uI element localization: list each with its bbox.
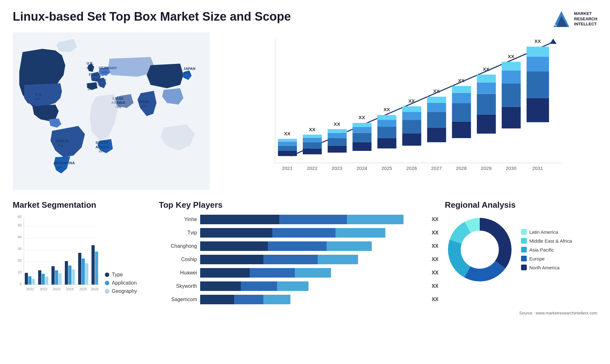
svg-point-134 bbox=[464, 234, 496, 266]
svg-rect-121 bbox=[92, 245, 95, 285]
legend-north-america: North America bbox=[521, 265, 572, 270]
svg-marker-24 bbox=[550, 39, 557, 44]
svg-text:XX: XX bbox=[508, 54, 514, 59]
apac-color bbox=[521, 247, 527, 253]
svg-text:xx%: xx% bbox=[56, 166, 63, 169]
regional-wrapper: Latin America Middle East & Africa Asia … bbox=[445, 215, 597, 285]
svg-text:xx%: xx% bbox=[88, 87, 94, 91]
players-title: Top Key Players bbox=[159, 200, 438, 210]
svg-text:2024: 2024 bbox=[66, 287, 74, 291]
svg-rect-78 bbox=[526, 47, 549, 57]
svg-rect-48 bbox=[377, 115, 396, 120]
svg-rect-65 bbox=[477, 115, 496, 134]
svg-rect-58 bbox=[427, 97, 446, 103]
main-bar-chart: XX XX XX XX XX bbox=[222, 32, 597, 191]
svg-rect-60 bbox=[452, 122, 471, 138]
svg-rect-42 bbox=[353, 127, 372, 133]
svg-rect-38 bbox=[328, 129, 347, 133]
svg-rect-105 bbox=[25, 273, 28, 285]
legend-type: Type bbox=[105, 272, 137, 278]
china-label: CHINA bbox=[159, 70, 170, 74]
svg-text:2022: 2022 bbox=[307, 165, 317, 171]
svg-text:XX: XX bbox=[534, 38, 541, 44]
svg-text:xx%: xx% bbox=[161, 75, 167, 78]
italy-label: ITALY bbox=[97, 78, 106, 82]
regional-section: Regional Analysis bbox=[445, 200, 597, 304]
svg-text:2026: 2026 bbox=[406, 165, 417, 171]
player-changhong: Changhong XX bbox=[159, 241, 438, 251]
svg-text:2023: 2023 bbox=[332, 165, 342, 171]
map-section: CANADA xx% U.S. xx% MEXICO xx% BRAZIL xx… bbox=[13, 32, 210, 191]
svg-rect-76 bbox=[526, 71, 549, 98]
svg-rect-50 bbox=[402, 133, 421, 146]
svg-text:2029: 2029 bbox=[481, 165, 491, 171]
canada-label: CANADA bbox=[31, 59, 46, 63]
legend-europe: Europe bbox=[521, 256, 572, 261]
svg-text:XX: XX bbox=[433, 88, 440, 94]
southafrica-label: SOUTH bbox=[95, 141, 108, 145]
svg-text:XX: XX bbox=[408, 98, 415, 104]
svg-rect-107 bbox=[32, 279, 35, 285]
mea-color bbox=[521, 238, 527, 244]
svg-text:50: 50 bbox=[18, 223, 22, 227]
legend-mea: Middle East & Africa bbox=[521, 238, 572, 244]
source-text: Source : www.marketresearchintellect.com bbox=[0, 311, 610, 317]
svg-text:2022: 2022 bbox=[40, 287, 47, 291]
svg-rect-35 bbox=[328, 146, 347, 153]
legend-application: Application bbox=[105, 280, 137, 286]
svg-text:2031: 2031 bbox=[532, 165, 543, 171]
brazil-label: BRAZIL bbox=[56, 139, 70, 143]
svg-rect-62 bbox=[452, 93, 471, 103]
us-label: U.S. bbox=[35, 92, 42, 96]
svg-text:XX: XX bbox=[284, 131, 290, 136]
legend-geography: Geography bbox=[105, 288, 137, 294]
japan-label: JAPAN bbox=[183, 67, 195, 71]
player-huawei: Huawei XX bbox=[159, 268, 438, 278]
argentina-label: ARGENTINA bbox=[53, 161, 75, 165]
svg-text:xx%: xx% bbox=[37, 115, 44, 119]
na-color bbox=[521, 265, 527, 270]
svg-text:AFRICA: AFRICA bbox=[95, 145, 109, 149]
logo-text: MARKET RESEARCH INTELLECT bbox=[574, 11, 597, 27]
svg-rect-110 bbox=[45, 277, 48, 285]
svg-text:30: 30 bbox=[18, 247, 22, 251]
svg-text:M: M bbox=[554, 24, 556, 26]
svg-text:2030: 2030 bbox=[506, 165, 517, 171]
svg-rect-51 bbox=[402, 120, 421, 133]
svg-text:XX: XX bbox=[383, 107, 390, 112]
svg-text:xx%: xx% bbox=[34, 97, 40, 101]
legend-geo-dot bbox=[105, 289, 109, 293]
svg-rect-109 bbox=[42, 274, 45, 285]
main-content: CANADA xx% U.S. xx% MEXICO xx% BRAZIL xx… bbox=[0, 32, 610, 197]
svg-rect-52 bbox=[402, 112, 421, 120]
donut-chart bbox=[445, 215, 515, 285]
svg-text:XX: XX bbox=[483, 66, 489, 72]
legend-latin: Latin America bbox=[521, 229, 572, 235]
svg-rect-115 bbox=[68, 266, 71, 285]
mexico-label: MEXICO bbox=[36, 111, 51, 114]
market-segmentation: Market Segmentation 0 10 20 30 40 50 60 bbox=[13, 200, 146, 304]
svg-text:xx%: xx% bbox=[99, 150, 105, 153]
key-players-section: Top Key Players Yinhe XX Tvip bbox=[152, 200, 438, 304]
legend-app-dot bbox=[105, 281, 109, 285]
svg-rect-43 bbox=[353, 123, 372, 127]
svg-rect-117 bbox=[78, 253, 81, 285]
svg-rect-31 bbox=[303, 142, 322, 149]
svg-rect-67 bbox=[477, 83, 496, 94]
svg-text:2027: 2027 bbox=[431, 165, 442, 171]
svg-rect-40 bbox=[353, 142, 372, 151]
svg-text:2026: 2026 bbox=[91, 287, 98, 291]
svg-text:2025: 2025 bbox=[381, 165, 392, 171]
svg-rect-25 bbox=[278, 151, 297, 156]
svg-rect-113 bbox=[58, 273, 62, 285]
svg-rect-118 bbox=[82, 259, 85, 285]
svg-rect-37 bbox=[328, 133, 347, 138]
seg-bar-chart: 0 10 20 30 40 50 60 bbox=[13, 215, 102, 304]
bar-chart-section: XX XX XX XX XX bbox=[210, 32, 597, 191]
svg-text:xx%: xx% bbox=[101, 71, 108, 74]
legend-type-dot bbox=[105, 273, 109, 277]
svg-rect-63 bbox=[452, 86, 471, 93]
svg-rect-32 bbox=[303, 138, 322, 142]
svg-text:XX: XX bbox=[359, 115, 365, 120]
india-label: INDIA bbox=[139, 100, 149, 104]
